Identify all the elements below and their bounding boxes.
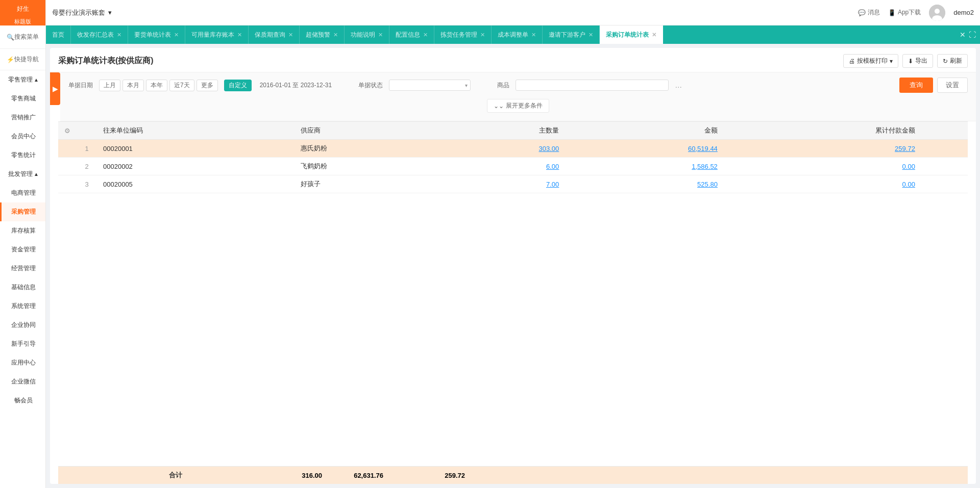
th-num: [77, 122, 97, 140]
date-custom-btn[interactable]: 自定义: [224, 80, 252, 91]
tab-yaoqingxiayou[interactable]: 邀请下游客户✕: [543, 25, 600, 44]
tab-gongnengshuo[interactable]: 功能说明✕: [345, 25, 389, 44]
date-filter-btn-本月[interactable]: 本月: [122, 80, 144, 91]
table-row[interactable]: 3 00020005 好孩子 7.00 525.80 0.00: [58, 175, 968, 193]
tab-label-peizhi: 配置信息: [396, 31, 420, 39]
sidebar-item-stock[interactable]: 库存核算: [0, 221, 45, 240]
tab-chengbentiaoji[interactable]: 成本调整单✕: [492, 25, 543, 44]
purchase-order-table: ⚙ 往来单位编码 供应商 主数量: [58, 121, 968, 193]
print-button[interactable]: 🖨 按模板打印 ▾: [843, 54, 898, 68]
tab-close-chaochuyujing[interactable]: ✕: [333, 32, 338, 38]
topbar-right: 💬 消息 📱 App下载 demo2: [858, 5, 974, 21]
filter-toggle-button[interactable]: ▶: [50, 72, 60, 105]
tab-yaohuo[interactable]: 要货单统计表✕: [128, 25, 185, 44]
tab-close-caigou[interactable]: ✕: [652, 32, 656, 38]
table-row[interactable]: 1 00020001 惠氏奶粉 303.00 60,519.44 259.72: [58, 140, 968, 158]
tab-peizhi[interactable]: 配置信息✕: [389, 25, 434, 44]
sidebar-item-retail-stat[interactable]: 零售统计: [0, 146, 45, 165]
tab-peihuorenwu[interactable]: 拣货任务管理✕: [434, 25, 492, 44]
topbar-account-dropdown[interactable]: 母婴行业演示账套 ▾: [52, 8, 112, 17]
tab-label-shoufayuhui: 收发存汇总表: [77, 31, 114, 39]
status-filter-select[interactable]: [389, 80, 471, 91]
goods-filter-more-icon[interactable]: …: [675, 81, 682, 89]
page-header: 采购订单统计表(按供应商) 🖨 按模板打印 ▾ ⬇ 导出 ↻ 刷新: [50, 48, 976, 72]
svg-text:好生: 好生: [17, 5, 29, 12]
tab-close-peizhi[interactable]: ✕: [423, 32, 428, 38]
sidebar-item-appcenter[interactable]: 应用中心: [0, 353, 45, 372]
tab-shoufayuhui[interactable]: 收发存汇总表✕: [71, 25, 128, 44]
expand-more-button[interactable]: ⌄⌄ 展开更多条件: [487, 99, 549, 113]
tab-chaochuyujing[interactable]: 超储预警✕: [300, 25, 345, 44]
svg-point-3: [935, 9, 940, 14]
td-supplier-0: 惠氏奶粉: [295, 140, 442, 158]
tab-label-home: 首页: [52, 31, 64, 39]
sidebar-item-finance[interactable]: 资金管理: [0, 240, 45, 259]
maximize-tab-button[interactable]: ⛶: [969, 31, 976, 39]
tab-label-chaochuyujing: 超储预警: [306, 31, 330, 39]
date-filter-btn-近7天[interactable]: 近7天: [169, 80, 194, 91]
tab-home[interactable]: 首页: [46, 25, 71, 44]
date-filter-btn-上月[interactable]: 上月: [99, 80, 120, 91]
sidebar-item-newbie[interactable]: 新手引导: [0, 335, 45, 353]
sidebar-item-wechat[interactable]: 企业微信: [0, 372, 45, 391]
sidebar-item-label-finance: 资金管理: [11, 245, 36, 254]
table-row[interactable]: 2 00020002 飞鹤奶粉 6.00 1,586.52 0.00: [58, 158, 968, 175]
tab-close-yaoqingxiayou[interactable]: ✕: [589, 32, 593, 38]
tabbar: 首页收发存汇总表✕要货单统计表✕可用量库存账本✕保质期查询✕超储预警✕功能说明✕…: [46, 25, 980, 44]
sidebar-item-batch[interactable]: 批发管理 ▲: [0, 165, 45, 184]
tab-close-yaohuo[interactable]: ✕: [174, 32, 179, 38]
query-button[interactable]: 查询: [899, 78, 933, 93]
goods-filter-label: 商品: [497, 81, 509, 90]
date-filter-btn-本年[interactable]: 本年: [146, 80, 167, 91]
sidebar-item-label-corp: 企业协同: [11, 321, 36, 329]
sidebar-item-ecommerce[interactable]: 电商管理: [0, 184, 45, 202]
topbar-username[interactable]: demo2: [953, 9, 974, 16]
sidebar-item-label-batch: 批发管理: [8, 170, 33, 178]
topbar-message-button[interactable]: 💬 消息: [858, 8, 880, 17]
sidebar-item-corp[interactable]: 企业协同: [0, 316, 45, 335]
column-settings-icon[interactable]: ⚙: [64, 127, 70, 135]
expand-icon: ⌄⌄: [494, 102, 504, 110]
sidebar-item-vip[interactable]: 畅会员: [0, 391, 45, 410]
tab-close-gongnengshuo[interactable]: ✕: [378, 32, 383, 38]
td-code-1: 00020002: [97, 158, 295, 175]
tab-label-yaohuo: 要货单统计表: [134, 31, 171, 39]
footer-paid: 259.72: [404, 472, 465, 479]
sidebar-item-label-basic: 基础信息: [11, 283, 36, 292]
expand-label: 展开更多条件: [506, 101, 543, 110]
sidebar-item-sys[interactable]: 系统管理: [0, 297, 45, 316]
topbar-app-download-button[interactable]: 📱 App下载: [888, 8, 921, 17]
tab-close-baozhiqi[interactable]: ✕: [288, 32, 293, 38]
sidebar-search-button[interactable]: 🔍 搜索菜单: [3, 30, 42, 44]
sidebar-item-basic[interactable]: 基础信息: [0, 278, 45, 297]
sidebar-item-label-newbie: 新手引导: [11, 340, 36, 348]
sidebar-item-marketing[interactable]: 营销推广: [0, 108, 45, 127]
tab-keyongliang[interactable]: 可用量库存账本✕: [185, 25, 249, 44]
date-filter-btn-更多[interactable]: 更多: [197, 80, 218, 91]
refresh-button[interactable]: ↻ 刷新: [937, 54, 968, 68]
print-icon: 🖨: [849, 58, 855, 65]
tab-baozhiqi[interactable]: 保质期查询✕: [249, 25, 300, 44]
date-range-display: 2016-01-01 至 2023-12-31: [260, 81, 332, 90]
th-supplier: 供应商: [295, 122, 442, 140]
tab-label-chengbentiaoji: 成本调整单: [498, 31, 528, 39]
tab-close-chengbentiaoji[interactable]: ✕: [531, 32, 536, 38]
tab-close-keyongliang[interactable]: ✕: [237, 32, 242, 38]
tab-caigou[interactable]: 采购订单统计表✕: [600, 25, 663, 44]
tab-close-peihuorenwu[interactable]: ✕: [480, 32, 485, 38]
settings-button[interactable]: 设置: [937, 78, 968, 93]
th-paid: 累计付款金额: [724, 122, 921, 140]
sidebar-item-purchase[interactable]: 采购管理: [0, 202, 45, 221]
sidebar-item-ops[interactable]: 经营管理: [0, 259, 45, 278]
sidebar-item-retail[interactable]: 零售管理 ▲: [0, 70, 45, 89]
table-footer: 合计 316.00 62,631.76 259.72: [58, 466, 968, 484]
user-avatar[interactable]: [929, 5, 945, 21]
sidebar-item-member[interactable]: 会员中心: [0, 127, 45, 146]
td-qty-0: 303.00: [442, 140, 565, 158]
export-button[interactable]: ⬇ 导出: [902, 54, 933, 68]
sidebar-nav-shortcuts[interactable]: ⚡ 快捷导航: [0, 51, 45, 68]
tab-close-shoufayuhui[interactable]: ✕: [117, 32, 121, 38]
close-tab-button[interactable]: ✕: [960, 31, 966, 39]
sidebar-item-retail-shop[interactable]: 零售商城: [0, 89, 45, 108]
goods-filter-input[interactable]: [516, 80, 669, 91]
